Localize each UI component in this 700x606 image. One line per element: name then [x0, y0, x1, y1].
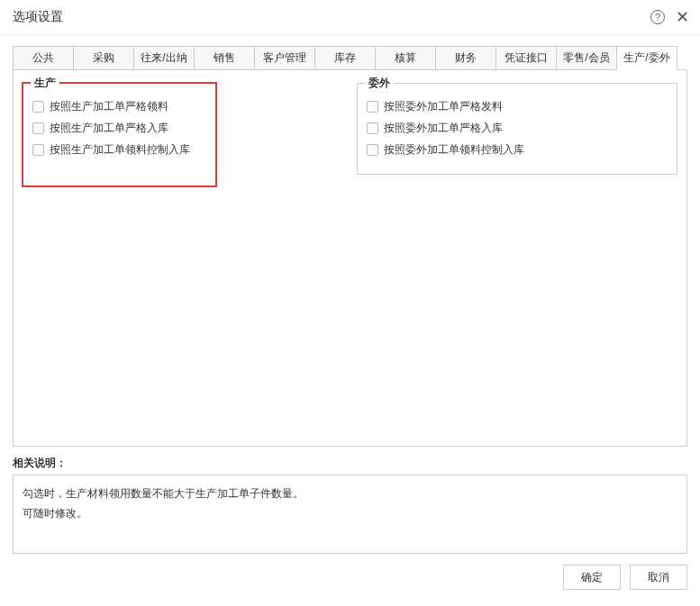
checkbox-row: 按照委外加工单严格入库 — [367, 120, 668, 136]
checkbox-row: 按照生产加工单严格入库 — [32, 120, 206, 136]
header-icons: ? ✕ — [650, 9, 689, 25]
tab-voucher[interactable]: 凭证接口 — [495, 46, 557, 69]
fieldset-outsource: 委外 按照委外加工单严格发料 按照委外加工单严格入库 按照委外加工单领料控制入库 — [357, 83, 677, 175]
tab-sales[interactable]: 销售 — [194, 46, 255, 69]
checkbox-label: 按照生产加工单领料控制入库 — [50, 142, 190, 158]
ok-button[interactable]: 确定 — [563, 565, 621, 590]
checkbox-row: 按照生产加工单严格领料 — [32, 98, 206, 114]
checkbox-row: 按照委外加工单严格发料 — [367, 98, 668, 114]
tab-purchase[interactable]: 采购 — [73, 46, 134, 69]
fieldset-outsource-legend: 委外 — [365, 76, 394, 91]
content-area: 公共 采购 往来/出纳 销售 客户管理 库存 核算 财务 凭证接口 零售/会员 … — [0, 35, 700, 554]
tab-production-outsource[interactable]: 生产/委外 — [616, 46, 677, 70]
tab-public[interactable]: 公共 — [13, 46, 74, 69]
checkbox-label: 按照生产加工单严格领料 — [50, 99, 168, 114]
checkbox-out-strict-in[interactable] — [367, 122, 378, 134]
tab-inventory[interactable]: 库存 — [314, 46, 376, 69]
checkbox-out-pick-ctrl-in[interactable] — [367, 144, 378, 156]
tab-finance[interactable]: 财务 — [435, 46, 496, 69]
checkbox-label: 按照委外加工单严格发料 — [384, 99, 503, 114]
description-title: 相关说明： — [13, 456, 687, 475]
tab-panel: 生产 按照生产加工单严格领料 按照生产加工单严格入库 按照生产加工单领料控制入库… — [13, 70, 687, 447]
dialog-header: 选项设置 ? ✕ — [0, 0, 700, 35]
fieldset-production: 生产 按照生产加工单严格领料 按照生产加工单严格入库 按照生产加工单领料控制入库 — [23, 83, 216, 186]
checkbox-row: 按照生产加工单领料控制入库 — [32, 141, 206, 158]
checkbox-label: 按照生产加工单严格入库 — [50, 121, 168, 136]
fieldset-production-legend: 生产 — [31, 76, 59, 91]
checkbox-prod-strict-pick[interactable] — [32, 101, 44, 113]
close-icon[interactable]: ✕ — [676, 9, 689, 25]
description-section: 相关说明： 勾选时，生产材料领用数量不能大于生产加工单子件数量。 可随时修改。 — [13, 456, 687, 554]
checkbox-out-strict-issue[interactable] — [367, 101, 378, 113]
dialog-title: 选项设置 — [13, 9, 63, 25]
tab-accounting[interactable]: 核算 — [375, 46, 436, 69]
checkbox-prod-strict-in[interactable] — [32, 122, 44, 134]
cancel-button[interactable]: 取消 — [630, 565, 687, 590]
tab-arap[interactable]: 往来/出纳 — [133, 46, 195, 69]
help-icon[interactable]: ? — [650, 10, 665, 24]
dialog-footer: 确定 取消 — [0, 554, 700, 601]
description-line: 可随时修改。 — [23, 504, 677, 524]
checkbox-label: 按照委外加工单严格入库 — [384, 121, 503, 136]
description-box: 勾选时，生产材料领用数量不能大于生产加工单子件数量。 可随时修改。 — [13, 475, 687, 554]
tab-customer[interactable]: 客户管理 — [254, 46, 315, 69]
checkbox-row: 按照委外加工单领料控制入库 — [367, 141, 668, 158]
checkbox-prod-pick-ctrl-in[interactable] — [32, 144, 44, 156]
tab-retail[interactable]: 零售/会员 — [556, 46, 617, 69]
description-line: 勾选时，生产材料领用数量不能大于生产加工单子件数量。 — [23, 484, 677, 504]
tab-bar: 公共 采购 往来/出纳 销售 客户管理 库存 核算 财务 凭证接口 零售/会员 … — [13, 46, 687, 70]
checkbox-label: 按照委外加工单领料控制入库 — [384, 142, 524, 158]
